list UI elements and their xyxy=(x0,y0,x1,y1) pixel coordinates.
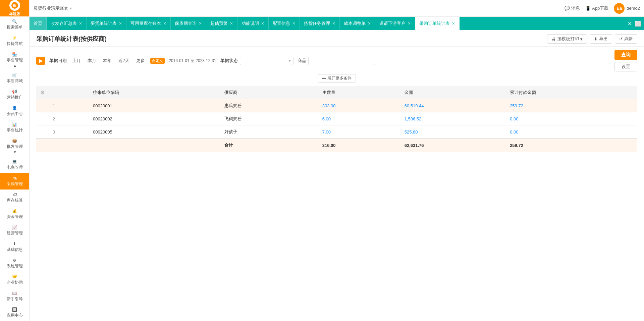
close-all-tabs-icon[interactable]: ✕ xyxy=(628,20,632,27)
row-3-amount[interactable]: 525.80 xyxy=(400,125,506,139)
close-tab-pick-task-icon[interactable]: ✕ xyxy=(332,21,335,26)
print-button[interactable]: 🖨 按模板打印 ▾ xyxy=(547,34,587,44)
sidebar-item-purchase-mgmt[interactable]: 🛍 采购管理 xyxy=(0,173,29,190)
query-btn-area: 查询 设置 xyxy=(614,50,637,71)
row-2-paid-amount[interactable]: 0.00 xyxy=(506,112,637,125)
footer-label: 合计 xyxy=(220,139,318,152)
close-tab-overstock-icon[interactable]: ✕ xyxy=(230,21,233,26)
export-button[interactable]: ⬇ 导出 xyxy=(590,34,612,44)
export-label: 导出 xyxy=(599,36,608,42)
date-custom-badge[interactable]: 自定义 xyxy=(150,58,165,64)
table-settings-icon[interactable]: ⚙ xyxy=(40,90,45,95)
close-tab-expiry-query-icon[interactable]: ✕ xyxy=(199,21,202,26)
col-settings: ⚙ xyxy=(36,86,49,99)
row-2-supplier-name: 飞鹤奶粉 xyxy=(220,112,318,125)
goods-filter-input[interactable] xyxy=(308,57,375,65)
query-button[interactable]: 查询 xyxy=(614,50,637,60)
sidebar-item-inventory[interactable]: 🏷 库存核算 xyxy=(0,190,29,206)
sidebar-item-label: 采购管理 xyxy=(7,181,23,187)
sidebar-item-finance[interactable]: 💰 资金管理 xyxy=(0,206,29,222)
date-shortcut-last-month[interactable]: 上月 xyxy=(71,57,82,64)
nav-tab-expiry-query[interactable]: 保质期查询 ✕ xyxy=(171,17,206,30)
app-download-btn[interactable]: 📱 App下载 xyxy=(585,5,608,11)
sidebar-item-label: 经营管理 xyxy=(7,230,23,236)
expand-more-label: 展开更多条件 xyxy=(327,75,352,81)
cost-adjust-tab-label: 成本调整单 xyxy=(344,20,366,26)
close-tab-purchase-stat-icon[interactable]: ✕ xyxy=(452,21,455,26)
nav-tab-home[interactable]: 首页 xyxy=(30,17,47,30)
sidebar-item-retail-stat[interactable]: 📊 零售统计 xyxy=(0,119,29,136)
query-label: 查询 xyxy=(621,52,631,57)
sidebar-item-label: 零售商城 xyxy=(7,78,23,84)
sidebar-item-app-center[interactable]: 🔲 应用中心 xyxy=(0,305,29,321)
nav-tab-purchase-stat[interactable]: 采购订单统计表 ✕ xyxy=(415,17,460,30)
date-shortcut-more[interactable]: 更多 xyxy=(135,57,146,64)
nav-tab-cost-adjust[interactable]: 成本调整单 ✕ xyxy=(340,17,375,30)
row-1-main-qty[interactable]: 303.00 xyxy=(318,99,400,112)
sidebar-item-label: 基础信息 xyxy=(7,247,23,253)
date-shortcut-this-year[interactable]: 本年 xyxy=(102,57,113,64)
close-tab-config-info-icon[interactable]: ✕ xyxy=(292,21,296,26)
sidebar-item-enterprise-coop[interactable]: 🤝 企业协同 xyxy=(0,272,29,288)
status-select[interactable] xyxy=(240,57,293,65)
row-2-amount[interactable]: 1,586.52 xyxy=(400,112,506,125)
row-1-paid-amount[interactable]: 259.72 xyxy=(506,99,637,112)
goods-filter-wrap: 商品 ··· xyxy=(298,57,381,65)
message-label: 消息 xyxy=(571,5,580,11)
close-tab-collect-pay-icon[interactable]: ✕ xyxy=(79,21,82,26)
close-tab-cost-adjust-icon[interactable]: ✕ xyxy=(368,21,371,26)
sidebar-item-retail-mgmt[interactable]: 🏪 零售管理 ▲ xyxy=(0,49,29,70)
sidebar-item-wholesale-mgmt[interactable]: 📦 批发管理 ▼ xyxy=(0,136,29,157)
sidebar-item-label: 库存核算 xyxy=(7,198,23,203)
row-1-amount[interactable]: 60,519.44 xyxy=(400,99,506,112)
sidebar-item-ecommerce[interactable]: 💻 电商管理 xyxy=(0,157,29,173)
row-3-main-qty[interactable]: 7.00 xyxy=(318,125,400,139)
date-shortcut-7days[interactable]: 近7天 xyxy=(117,57,131,64)
sidebar-item-label: 企业协同 xyxy=(7,280,23,285)
app-download-label: App下载 xyxy=(592,5,608,11)
user-menu-btn[interactable]: Ea demo2 xyxy=(614,3,640,14)
chevron-up-icon: ▲ xyxy=(13,64,17,67)
date-shortcut-this-month[interactable]: 本月 xyxy=(86,57,98,64)
refresh-button[interactable]: ↺ 刷新 xyxy=(615,34,637,44)
sidebar-item-new-guide[interactable]: 📖 新手引导 xyxy=(0,288,29,305)
refresh-icon: ↺ xyxy=(619,37,623,42)
status-filter-label: 单据状态 xyxy=(220,58,238,64)
nav-tab-func-desc[interactable]: 功能说明 ✕ xyxy=(237,17,269,30)
nav-tab-inventory-book[interactable]: 可用量库存账本 ✕ xyxy=(126,17,171,30)
page-area: 采购订单统计表(按供应商) 🖨 按模板打印 ▾ ⬇ 导出 ↺ 刷新 xyxy=(30,30,644,321)
nav-tab-collect-pay[interactable]: 收发存汇总表 ✕ xyxy=(47,17,87,30)
avatar: Ea xyxy=(614,3,625,14)
filter-toggle-button[interactable]: ▶ xyxy=(36,57,45,65)
guide-icon: 📖 xyxy=(12,291,17,296)
nav-tab-order-stat[interactable]: 要货单统计表 ✕ xyxy=(87,17,126,30)
workspace-selector[interactable]: 母婴行业演示账套 ▾ xyxy=(34,5,72,11)
sidebar-item-member-center[interactable]: 👤 会员中心 xyxy=(0,103,29,119)
settings-button[interactable]: 设置 xyxy=(614,62,637,71)
sidebar-item-basic-info[interactable]: ℹ 基础信息 xyxy=(0,239,29,255)
message-btn[interactable]: 💬 消息 xyxy=(565,5,580,11)
close-tab-invite-downstream-icon[interactable]: ✕ xyxy=(408,21,411,26)
row-2-main-qty[interactable]: 6.00 xyxy=(318,112,400,125)
nav-tab-pick-task[interactable]: 拣货任务管理 ✕ xyxy=(300,17,340,30)
nav-tab-overstock[interactable]: 超储预警 ✕ xyxy=(206,17,237,30)
close-tab-func-desc-icon[interactable]: ✕ xyxy=(261,21,264,26)
sidebar-item-quick-nav[interactable]: ⚡ 快捷导航 xyxy=(0,33,29,49)
download-icon: 📱 xyxy=(585,6,591,11)
expand-more-button[interactable]: ▾▾ 展开更多条件 xyxy=(318,74,356,83)
sidebar-item-search[interactable]: 🔍 搜索菜单 xyxy=(0,16,29,33)
row-3-paid-amount[interactable]: 0.00 xyxy=(506,125,637,139)
nav-tab-invite-downstream[interactable]: 邀请下游客户 ✕ xyxy=(375,17,415,30)
sidebar-item-system-mgmt[interactable]: ⚙ 系统管理 xyxy=(0,255,29,272)
sidebar-item-marketing[interactable]: 📢 营销推广 xyxy=(0,87,29,103)
close-tab-inventory-book-icon[interactable]: ✕ xyxy=(163,21,166,26)
restore-window-icon[interactable]: ⬜ xyxy=(635,20,641,27)
sidebar-item-retail-shop[interactable]: 🛒 零售商城 xyxy=(0,70,29,87)
goods-filter-more-btn[interactable]: ··· xyxy=(377,58,381,63)
close-tab-order-stat-icon[interactable]: ✕ xyxy=(119,21,122,26)
marketing-icon: 📢 xyxy=(12,89,17,94)
sidebar-item-operations[interactable]: 📈 经营管理 xyxy=(0,222,29,239)
user-name: demo2 xyxy=(627,6,640,11)
row-2-num: 2 xyxy=(49,112,89,125)
nav-tab-config-info[interactable]: 配置信息 ✕ xyxy=(269,17,300,30)
